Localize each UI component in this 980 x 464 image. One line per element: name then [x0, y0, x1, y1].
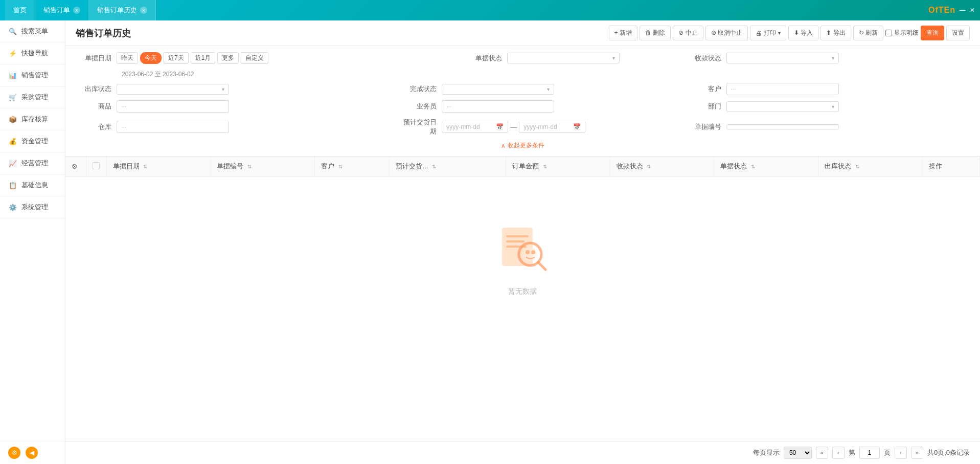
expected-date-start-placeholder: yyyy-mm-dd [446, 123, 480, 130]
prev-page-btn[interactable]: ‹ [832, 447, 845, 459]
th-date[interactable]: 单据日期 ⇅ [106, 157, 211, 176]
expected-date-end[interactable]: yyyy-mm-dd 📅 [519, 121, 585, 133]
collapse-btn[interactable]: ∧ 收起更多条件 [76, 141, 970, 150]
show-detail-input[interactable] [885, 30, 892, 36]
query-button[interactable]: 查询 [921, 26, 944, 40]
sidebar-item-system-mgmt[interactable]: ⚙️ 系统管理 [0, 196, 65, 218]
page-size-select[interactable]: 50 10 20 100 [784, 447, 812, 459]
sidebar-item-operations[interactable]: 📈 经营管理 [0, 152, 65, 174]
tab-sales-order-close[interactable]: × [73, 7, 80, 14]
table-header-row: ⚙ 单据日期 ⇅ 单据编号 ⇅ [65, 157, 980, 176]
finance-icon: 💰 [8, 137, 17, 146]
filter-row-date: 单据日期 昨天 今天 近7天 近1月 更多 自定义 单据状态 ▾ [76, 52, 970, 64]
collapse-chevron-icon: ∧ [501, 142, 506, 149]
payment-status-cell: 收款状态 ▾ [686, 53, 970, 63]
quick-nav-icon: ⚡ [8, 49, 17, 58]
settings-icon[interactable]: ⚙ [72, 163, 78, 170]
table-container: ⚙ 单据日期 ⇅ 单据编号 ⇅ [65, 157, 980, 441]
date-last1month-btn[interactable]: 近1月 [191, 52, 216, 64]
sidebar-settings-icon[interactable]: ⚙ [8, 447, 20, 459]
th-settings[interactable]: ⚙ [65, 157, 86, 176]
print-label: 打印 [764, 29, 776, 37]
page-label-post: 页 [884, 448, 891, 457]
th-payment-status-label: 收款状态 [617, 162, 643, 170]
date-yesterday-btn[interactable]: 昨天 [117, 52, 138, 64]
svg-point-8 [531, 250, 535, 254]
svg-line-6 [538, 262, 545, 270]
sidebar-item-basic-info[interactable]: 📋 基础信息 [0, 174, 65, 196]
date-more-btn[interactable]: 更多 [217, 52, 239, 64]
order-status-select[interactable]: ▾ [507, 53, 620, 63]
date-last7-btn[interactable]: 近7天 [164, 52, 189, 64]
select-all-checkbox[interactable] [93, 162, 100, 169]
page-header: 销售订单历史 + 新增 🗑 删除 ⊘ 中止 ⊘ 取消中止 🖨 打印 ▾ ⬇ 导入… [65, 20, 980, 46]
order-number-input[interactable] [726, 124, 839, 129]
th-delivery-status[interactable]: 出库状态 ⇅ [818, 157, 923, 176]
page-title: 销售订单历史 [76, 27, 131, 39]
page-number-input[interactable] [859, 447, 880, 459]
customer-input[interactable]: ··· [726, 83, 839, 95]
window-close[interactable]: ✕ [970, 7, 975, 14]
last-page-btn[interactable]: » [911, 447, 923, 459]
salesperson-input[interactable]: ··· [442, 100, 554, 113]
sidebar-item-finance-label: 资金管理 [21, 137, 48, 146]
sidebar-collapse-icon[interactable]: ◀ [26, 447, 38, 459]
th-checkbox[interactable] [86, 157, 106, 176]
sidebar-item-inventory[interactable]: 📦 库存核算 [0, 108, 65, 130]
basic-info-icon: 📋 [8, 181, 17, 190]
warehouse-input[interactable]: ··· [117, 121, 229, 133]
th-amount[interactable]: 订单金额 ⇅ [506, 157, 610, 176]
first-page-btn[interactable]: « [816, 447, 828, 459]
sidebar-item-purchase-mgmt[interactable]: 🛒 采购管理 [0, 86, 65, 108]
order-number-label: 单据编号 [686, 122, 726, 131]
export-button[interactable]: ⬆ 导出 [821, 26, 851, 40]
cancel-stop-button[interactable]: ⊘ 取消中止 [705, 26, 748, 40]
date-custom-btn[interactable]: 自定义 [241, 52, 268, 64]
th-number[interactable]: 单据编号 ⇅ [211, 157, 315, 176]
sidebar-item-sales-mgmt[interactable]: 📊 销售管理 [0, 64, 65, 86]
sidebar: 🔍 搜索菜单 ⚡ 快捷导航 📊 销售管理 🛒 采购管理 📦 库存核算 💰 资金管… [0, 20, 65, 464]
payment-status-select[interactable]: ▾ [726, 53, 839, 63]
th-payment-status[interactable]: 收款状态 ⇅ [610, 157, 714, 176]
sidebar-item-quick-nav[interactable]: ⚡ 快捷导航 [0, 42, 65, 64]
show-detail-label: 显示明细 [894, 29, 919, 37]
svg-rect-1 [506, 235, 529, 237]
tab-sales-order-history[interactable]: 销售订单历史 × [89, 0, 156, 20]
department-chevron: ▾ [832, 104, 834, 109]
filter-row-2: 出库状态 ▾ 完成状态 ▾ 客户 · [76, 83, 970, 95]
expected-date-start[interactable]: yyyy-mm-dd 📅 [442, 121, 508, 133]
refresh-button[interactable]: ↻ 刷新 [853, 26, 883, 40]
import-button[interactable]: ⬇ 导入 [788, 26, 818, 40]
product-placeholder: ··· [121, 103, 126, 110]
delivery-status-select[interactable]: ▾ [117, 84, 229, 95]
delete-button[interactable]: 🗑 删除 [640, 26, 671, 40]
warehouse-control: ··· [117, 121, 401, 133]
new-button[interactable]: + 新增 [609, 26, 637, 40]
sidebar-item-search-menu-label: 搜索菜单 [21, 27, 48, 36]
sidebar-item-finance[interactable]: 💰 资金管理 [0, 130, 65, 152]
tab-sales-order[interactable]: 销售订单 × [35, 0, 89, 20]
stop-button[interactable]: ⊘ 中止 [673, 26, 703, 40]
complete-status-select[interactable]: ▾ [442, 84, 554, 95]
sidebar-item-search-menu[interactable]: 🔍 搜索菜单 [0, 20, 65, 42]
th-customer[interactable]: 客户 ⇅ [314, 157, 390, 176]
window-minimize[interactable]: — [960, 7, 966, 14]
next-page-btn[interactable]: › [895, 447, 907, 459]
tab-home[interactable]: 首页 [5, 0, 35, 20]
tab-sales-order-history-close[interactable]: × [140, 7, 147, 14]
settings-button[interactable]: 设置 [946, 26, 970, 40]
th-order-status[interactable]: 单据状态 ⇅ [714, 157, 818, 176]
product-input[interactable]: ··· [117, 100, 229, 113]
expected-date-label: 预计交货日期 [401, 118, 442, 136]
th-action-label: 操作 [929, 162, 942, 170]
department-select[interactable]: ▾ [726, 101, 839, 112]
empty-svg [492, 217, 553, 279]
show-detail-checkbox[interactable]: 显示明细 [885, 29, 919, 37]
date-today-btn[interactable]: 今天 [140, 52, 162, 64]
th-number-label: 单据编号 [217, 162, 243, 170]
brand-label: OfTEn [928, 6, 955, 15]
customer-cell: 客户 ··· [686, 83, 970, 95]
th-expected-date[interactable]: 预计交货... ⇅ [390, 157, 506, 176]
print-button[interactable]: 🖨 打印 ▾ [750, 26, 786, 40]
delivery-status-label: 出库状态 [76, 84, 117, 94]
